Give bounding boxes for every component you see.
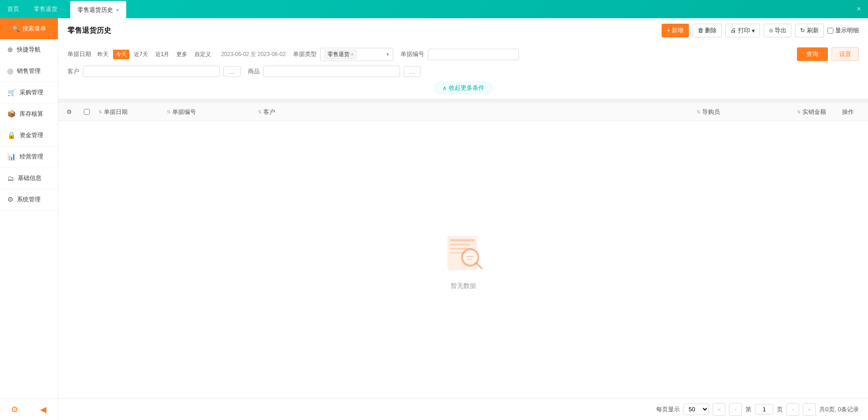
filter-area: 单据日期 昨天 今天 近7天 近1月 更多 自定义 2023 (67, 43, 859, 99)
total-label: 共0页, 0条记录 (819, 405, 859, 414)
table-header: ⚙ ⇅ 单据日期 ⇅ 单据编号 ⇅ 客户 ⇅ (58, 103, 868, 121)
show-detail-checkbox[interactable] (827, 28, 833, 34)
show-detail-checkbox-label: 显示明细 (827, 26, 859, 35)
shortcut-yesterday[interactable]: 昨天 (95, 50, 111, 59)
tab-retail-return-history[interactable]: 零售退货历史 × (70, 1, 126, 19)
goods-label: 商品 (248, 67, 260, 76)
th-date[interactable]: ⇅ 单据日期 (95, 108, 163, 116)
sidebar-item-inventory[interactable]: 📦 库存核算 (0, 103, 58, 125)
sidebar-item-quick-nav[interactable]: ⊕ 快捷导航 (0, 39, 58, 61)
type-select-arrow-icon: ▾ (386, 51, 389, 57)
goods-search-button[interactable]: ... (404, 66, 421, 77)
customer-search-button[interactable]: ... (223, 66, 241, 77)
page-header: 零售退货历史 + 新增 🗑 删除 🖨 打印 ▾ ⊙ 导出 (58, 18, 868, 99)
th-checkbox[interactable] (78, 109, 95, 115)
settings-filter-button[interactable]: 设置 (832, 47, 859, 61)
sidebar-collapse-button[interactable]: ◀ (29, 399, 58, 420)
svg-point-6 (464, 251, 477, 264)
search-icon: 🔍 (12, 26, 20, 32)
prev-page-button[interactable]: ‹ (729, 403, 742, 416)
empty-state: 暂无数据 (58, 121, 868, 398)
collapse-button[interactable]: ∧ 收起更多条件 (435, 82, 492, 94)
page-text: 第 (745, 405, 751, 414)
type-filter-group: 单据类型 零售退货 × ▾ (293, 48, 393, 61)
th-amount[interactable]: ⇅ 实销金额 (775, 108, 830, 116)
tab-retail-return[interactable]: 零售退货 × (26, 0, 70, 18)
settings-col-icon: ⚙ (67, 108, 72, 115)
export-button[interactable]: ⊙ 导出 (764, 24, 792, 37)
type-select[interactable]: 零售退货 × ▾ (320, 48, 393, 61)
query-button[interactable]: 查询 (797, 47, 828, 61)
customer-filter-group: 客户 ... (67, 66, 241, 77)
selected-type-tag: 零售退货 × (324, 50, 357, 59)
sidebar-item-finance[interactable]: 🔒 资金管理 (0, 125, 58, 146)
tab-home[interactable]: 首页 (0, 0, 26, 18)
tab-close-retail-return-history[interactable]: × (116, 7, 118, 13)
type-label: 单据类型 (293, 50, 317, 58)
search-menu-button[interactable]: 🔍 搜索菜单 (0, 18, 58, 39)
filter-row-2: 客户 ... 商品 ... (67, 66, 859, 77)
quick-nav-icon: ⊕ (7, 46, 13, 54)
date-filter-group: 单据日期 昨天 今天 近7天 近1月 更多 自定义 (67, 50, 214, 59)
sidebar-item-basic-info[interactable]: 🗂 基础信息 (0, 168, 58, 189)
collapse-up-icon: ∧ (442, 85, 447, 92)
sidebar: 🔍 搜索菜单 ⊕ 快捷导航 ◎ 销售管理 🛒 采购管理 📦 库存核算 🔒 资金管… (0, 18, 58, 420)
filter-row-1: 单据日期 昨天 今天 近7天 近1月 更多 自定义 2023 (67, 47, 859, 61)
delete-button[interactable]: 🗑 删除 (693, 24, 722, 37)
next-page-button[interactable]: › (786, 403, 799, 416)
customer-label: 客户 (67, 67, 79, 76)
select-all-checkbox[interactable] (84, 109, 90, 115)
date-shortcuts: 昨天 今天 近7天 近1月 更多 自定义 (95, 50, 214, 59)
system-icon: ⚙ (7, 195, 13, 204)
svg-rect-2 (450, 244, 470, 246)
sort-guide-icon: ⇅ (697, 109, 700, 114)
sidebar-settings-button[interactable]: ⚙ (0, 399, 29, 420)
th-customer[interactable]: ⇅ 客户 (254, 108, 693, 116)
new-button[interactable]: + 新增 (662, 24, 688, 37)
collapse-row: ∧ 收起更多条件 (67, 82, 859, 99)
top-bar: 首页 零售退货 × 零售退货历史 × × (0, 0, 868, 18)
shortcut-today[interactable]: 今天 (113, 50, 129, 59)
refresh-button[interactable]: ↻ 刷新 (795, 24, 824, 37)
per-page-label: 每页显示 (656, 405, 680, 414)
shortcut-custom[interactable]: 自定义 (192, 50, 214, 59)
sort-amount-icon: ⇅ (797, 109, 801, 114)
layout: 🔍 搜索菜单 ⊕ 快捷导航 ◎ 销售管理 🛒 采购管理 📦 库存核算 🔒 资金管… (0, 18, 868, 420)
date-label: 单据日期 (67, 50, 91, 58)
basic-info-icon: 🗂 (7, 174, 14, 182)
sidebar-item-purchase[interactable]: 🛒 采购管理 (0, 82, 58, 103)
inventory-icon: 📦 (7, 110, 16, 118)
print-dropdown-icon: ▾ (752, 27, 755, 34)
collapse-arrow-icon: ◀ (40, 405, 46, 415)
tab-close-retail-return[interactable]: × (60, 6, 63, 12)
first-page-button[interactable]: « (713, 403, 725, 416)
last-page-button[interactable]: » (803, 403, 816, 416)
empty-illustration (438, 229, 488, 275)
shortcut-more[interactable]: 更多 (174, 50, 190, 59)
number-label: 单据编号 (401, 50, 424, 58)
window-close-button[interactable]: × (850, 0, 868, 18)
th-settings[interactable]: ⚙ (60, 108, 78, 115)
page-number-input[interactable] (755, 404, 773, 415)
type-tag-close[interactable]: × (351, 51, 354, 57)
page-title: 零售退货历史 (67, 26, 111, 36)
sidebar-item-sales[interactable]: ◎ 销售管理 (0, 61, 58, 82)
shortcut-1month[interactable]: 近1月 (153, 50, 172, 59)
th-number[interactable]: ⇅ 单据编号 (163, 108, 254, 116)
sidebar-item-operations[interactable]: 📊 经营管理 (0, 146, 58, 168)
goods-input[interactable] (263, 66, 400, 77)
print-button[interactable]: 🖨 打印 ▾ (725, 24, 760, 37)
operations-icon: 📊 (7, 153, 16, 161)
sidebar-item-system[interactable]: ⚙ 系统管理 (0, 189, 58, 210)
sort-num-icon: ⇅ (167, 109, 170, 114)
shortcut-7days[interactable]: 近7天 (131, 50, 151, 59)
per-page-select[interactable]: 20 50 100 200 (683, 404, 709, 415)
th-guide[interactable]: ⇅ 导购员 (693, 108, 775, 116)
table-area: ⚙ ⇅ 单据日期 ⇅ 单据编号 ⇅ 客户 ⇅ (58, 103, 868, 420)
sort-date-icon: ⇅ (98, 109, 102, 114)
main-content: 零售退货历史 + 新增 🗑 删除 🖨 打印 ▾ ⊙ 导出 (58, 18, 868, 420)
number-input[interactable] (428, 49, 519, 60)
customer-input[interactable] (83, 66, 220, 77)
toolbar: + 新增 🗑 删除 🖨 打印 ▾ ⊙ 导出 ↻ 刷新 (662, 24, 859, 37)
date-range-display: 2023-06-02 至 2023-06-02 (221, 51, 285, 58)
